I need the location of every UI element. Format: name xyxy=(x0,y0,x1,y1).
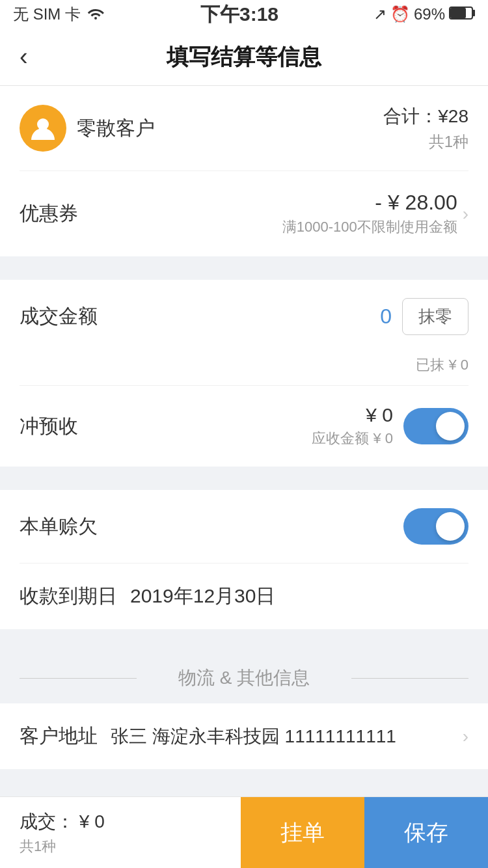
prepay-sub: 应收金额 ¥ 0 xyxy=(312,429,393,448)
bottom-summary: 成交： ¥ 0 共1种 xyxy=(0,809,241,856)
chevron-right-icon: › xyxy=(463,204,468,224)
pending-button[interactable]: 挂单 xyxy=(241,797,364,869)
due-date-value[interactable]: 2019年12月30日 xyxy=(130,583,275,610)
wifi-icon xyxy=(86,5,105,23)
deal-amount: ¥ 0 xyxy=(79,811,105,832)
due-date-row: 收款到期日 2019年12月30日 xyxy=(0,563,488,629)
save-button[interactable]: 保存 xyxy=(364,797,488,869)
customer-total: 合计：¥28 xyxy=(383,104,468,129)
section-separator-2 xyxy=(0,477,488,490)
coupon-right: - ¥ 28.00 满1000-100不限制使用金额 › xyxy=(282,191,468,237)
coupon-description: 满1000-100不限制使用金额 xyxy=(282,217,457,237)
status-time: 下午3:18 xyxy=(200,1,278,28)
prepay-toggle[interactable] xyxy=(403,408,468,444)
coupon-row[interactable]: 优惠券 - ¥ 28.00 满1000-100不限制使用金额 › xyxy=(0,171,488,256)
round-button[interactable]: 抹零 xyxy=(402,298,468,335)
section-separator-3 xyxy=(0,640,488,653)
debt-label: 本单赊欠 xyxy=(20,513,98,540)
status-left: 无 SIM 卡 xyxy=(13,4,105,25)
debt-row: 本单赊欠 xyxy=(0,490,488,563)
debt-toggle[interactable] xyxy=(403,508,468,545)
section-separator-1 xyxy=(0,267,488,280)
customer-left: 零散客户 xyxy=(20,105,155,152)
debt-section: 本单赊欠 收款到期日 2019年12月30日 xyxy=(0,490,488,629)
status-right: ↗ ⏰ 69% xyxy=(373,5,475,23)
deal-label: 成交： xyxy=(20,811,74,832)
coupon-label: 优惠券 xyxy=(20,200,78,227)
address-label: 客户地址 xyxy=(20,723,98,750)
due-date-label: 收款到期日 xyxy=(20,583,117,610)
svg-rect-2 xyxy=(450,8,466,18)
coupon-discount: - ¥ 28.00 xyxy=(282,191,457,215)
alarm-icon: ⏰ xyxy=(390,5,410,23)
logistics-header: 物流 & 其他信息 xyxy=(0,653,488,703)
customer-section: 零散客户 合计：¥28 共1种 优惠券 - ¥ 28.00 满1000-100不… xyxy=(0,86,488,256)
address-row[interactable]: 客户地址 张三 海淀永丰科技园 11111111111 › xyxy=(0,703,488,769)
transaction-sub: 已抹 ¥ 0 xyxy=(416,357,468,373)
customer-right: 合计：¥28 共1种 xyxy=(383,104,468,152)
prepay-amount: ¥ 0 xyxy=(312,404,393,426)
battery-label: 69% xyxy=(414,5,445,23)
svg-rect-1 xyxy=(472,10,475,16)
address-section: 客户地址 张三 海淀永丰科技园 11111111111 › xyxy=(0,703,488,769)
transaction-right: 0 抹零 xyxy=(380,298,468,335)
debt-right xyxy=(403,508,468,545)
transaction-section: 成交金额 0 抹零 已抹 ¥ 0 冲预收 ¥ 0 应收金额 ¥ 0 xyxy=(0,280,488,467)
address-chevron-icon: › xyxy=(463,726,468,747)
battery-icon xyxy=(449,5,475,23)
location-icon: ↗ xyxy=(373,5,386,23)
prepay-row: 冲预收 ¥ 0 应收金额 ¥ 0 xyxy=(0,386,488,467)
sim-label: 无 SIM 卡 xyxy=(13,4,81,25)
transaction-value[interactable]: 0 xyxy=(380,305,392,329)
content: 零散客户 合计：¥28 共1种 优惠券 - ¥ 28.00 满1000-100不… xyxy=(0,86,488,868)
nav-bar: ‹ 填写结算等信息 xyxy=(0,29,488,86)
prepay-values: ¥ 0 应收金额 ¥ 0 xyxy=(312,404,393,448)
bottom-count: 共1种 xyxy=(20,837,221,856)
transaction-label: 成交金额 xyxy=(20,303,98,330)
customer-row: 零散客户 合计：¥28 共1种 xyxy=(0,86,488,170)
logistics-title: 物流 & 其他信息 xyxy=(165,668,323,688)
transaction-amount-row: 成交金额 0 抹零 xyxy=(0,280,488,353)
coupon-value-block: - ¥ 28.00 满1000-100不限制使用金额 xyxy=(282,191,457,237)
prepay-label: 冲预收 xyxy=(20,413,78,440)
back-button[interactable]: ‹ xyxy=(20,43,28,71)
prepay-right: ¥ 0 应收金额 ¥ 0 xyxy=(312,404,468,448)
customer-name: 零散客户 xyxy=(77,115,155,142)
customer-avatar xyxy=(20,105,66,152)
bottom-bar: 成交： ¥ 0 共1种 挂单 保存 xyxy=(0,796,488,868)
address-value: 张三 海淀永丰科技园 11111111111 xyxy=(111,724,463,749)
bottom-deal: 成交： ¥ 0 xyxy=(20,809,221,834)
nav-title: 填写结算等信息 xyxy=(167,42,321,72)
status-bar: 无 SIM 卡 下午3:18 ↗ ⏰ 69% xyxy=(0,0,488,29)
customer-count: 共1种 xyxy=(383,131,468,152)
